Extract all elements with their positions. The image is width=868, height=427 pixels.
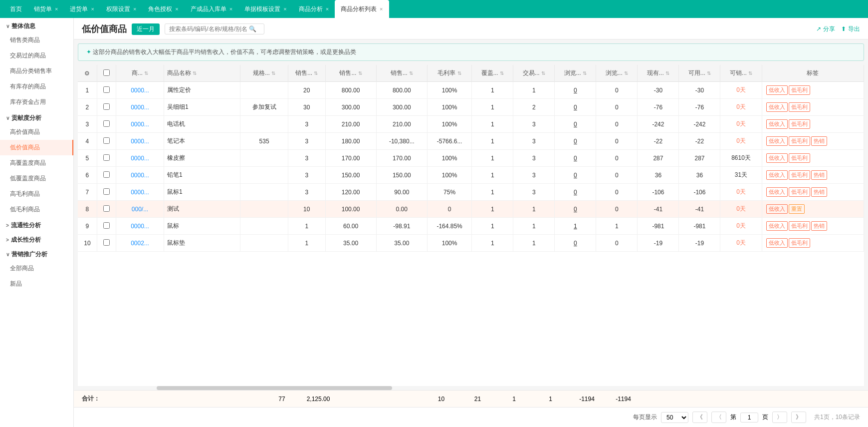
sidebar: ∨ 整体信息 销售类商品 交易过的商品 商品分类销售率 有库存的商品 库存资金占… bbox=[0, 18, 74, 427]
row-browse1[interactable]: 0 bbox=[555, 150, 596, 167]
row-browse1[interactable]: 0 bbox=[555, 184, 596, 201]
scrollbar-thumb[interactable] bbox=[157, 386, 393, 390]
horizontal-scrollbar[interactable] bbox=[78, 386, 864, 390]
row-checkbox[interactable] bbox=[103, 86, 110, 93]
export-button[interactable]: ⬆ 导出 bbox=[841, 25, 860, 33]
row-tags: 低收入低毛利热销 bbox=[762, 167, 864, 184]
avail-column-header[interactable]: 可用... ⇅ bbox=[679, 65, 720, 82]
sidebar-item-traded-goods[interactable]: 交易过的商品 bbox=[0, 48, 73, 63]
code-column-header[interactable]: 商... ⇅ bbox=[116, 65, 164, 82]
per-page-select[interactable]: 50 100 bbox=[661, 412, 688, 423]
nav-template-settings[interactable]: 单据模板设置 × bbox=[238, 0, 292, 18]
row-checkbox[interactable] bbox=[103, 120, 110, 127]
row-avail: -242 bbox=[679, 116, 720, 133]
row-browse2: 0 bbox=[596, 99, 638, 116]
sidebar-item-low-value[interactable]: 低价值商品 bbox=[0, 140, 73, 155]
last-page-button[interactable]: 》 bbox=[791, 412, 806, 423]
row-trade: 3 bbox=[513, 133, 555, 150]
row-checkbox[interactable] bbox=[103, 188, 110, 195]
close-icon[interactable]: × bbox=[229, 6, 232, 12]
sidebar-item-sales-goods[interactable]: 销售类商品 bbox=[0, 32, 73, 48]
sidebar-item-low-coverage[interactable]: 低覆盖度商品 bbox=[0, 171, 73, 186]
row-checkbox[interactable] bbox=[103, 103, 110, 110]
share-button[interactable]: ↗ 分享 bbox=[816, 25, 835, 33]
sidebar-item-stocked-goods[interactable]: 有库存的商品 bbox=[0, 79, 73, 94]
row-tags: 低收入重置 bbox=[762, 201, 864, 218]
sidebar-item-high-coverage[interactable]: 高覆盖度商品 bbox=[0, 155, 73, 171]
nav-product-inbound[interactable]: 产成品入库单 × bbox=[185, 0, 238, 18]
sidebar-item-stock-funds[interactable]: 库存资金占用 bbox=[0, 94, 73, 110]
row-checkbox-cell bbox=[97, 133, 116, 150]
close-icon[interactable]: × bbox=[91, 6, 94, 12]
first-page-button[interactable]: 《 bbox=[692, 412, 707, 423]
row-browse1[interactable]: 0 bbox=[555, 201, 596, 218]
row-browse1[interactable]: 0 bbox=[555, 133, 596, 150]
sidebar-item-category-sales-rate[interactable]: 商品分类销售率 bbox=[0, 63, 73, 79]
close-icon[interactable]: × bbox=[55, 6, 58, 12]
row-checkbox[interactable] bbox=[103, 239, 110, 246]
row-checkbox[interactable] bbox=[103, 222, 110, 229]
sellable-column-header[interactable]: 可销... ⇅ bbox=[720, 65, 762, 82]
nav-sales-order[interactable]: 销货单 × bbox=[28, 0, 64, 18]
row-tags: 低收入低毛利热销 bbox=[762, 218, 864, 235]
trade-column-header[interactable]: 交易... ⇅ bbox=[513, 65, 555, 82]
sidebar-item-low-margin[interactable]: 低毛利商品 bbox=[0, 202, 73, 217]
sale-ref-column-header[interactable]: 销售... ⇅ bbox=[376, 65, 427, 82]
row-checkbox[interactable] bbox=[103, 137, 110, 144]
nav-permission-settings[interactable]: 权限设置 × bbox=[100, 0, 142, 18]
settings-column-header[interactable]: ⚙ bbox=[78, 65, 97, 82]
nav-purchase-order[interactable]: 进货单 × bbox=[64, 0, 100, 18]
sidebar-group-marketing[interactable]: ∨ 营销推广分析 bbox=[0, 246, 73, 261]
tag: 低收入 bbox=[766, 153, 788, 163]
sidebar-group-overall[interactable]: ∨ 整体信息 bbox=[0, 18, 73, 32]
nav-role-auth[interactable]: 角色授权 × bbox=[142, 0, 184, 18]
nav-product-analysis-list[interactable]: 商品分析列表 × bbox=[335, 0, 389, 18]
browse1-column-header[interactable]: 浏览... ⇅ bbox=[555, 65, 596, 82]
close-icon[interactable]: × bbox=[133, 6, 136, 12]
period-button[interactable]: 近一月 bbox=[132, 23, 160, 35]
spec-column-header[interactable]: 规格... ⇅ bbox=[240, 65, 288, 82]
row-tags: 低收入低毛利 bbox=[762, 82, 864, 99]
row-browse1[interactable]: 0 bbox=[555, 235, 596, 252]
row-browse1[interactable]: 0 bbox=[555, 167, 596, 184]
sidebar-item-high-value[interactable]: 高价值商品 bbox=[0, 124, 73, 140]
coverage-column-header[interactable]: 覆盖... ⇅ bbox=[472, 65, 513, 82]
row-checkbox[interactable] bbox=[103, 205, 110, 212]
close-icon[interactable]: × bbox=[283, 6, 286, 12]
close-icon[interactable]: × bbox=[326, 6, 329, 12]
prev-page-button[interactable]: 〈 bbox=[711, 412, 726, 423]
sidebar-item-high-margin[interactable]: 高毛利商品 bbox=[0, 186, 73, 202]
search-input[interactable] bbox=[169, 25, 249, 32]
row-checkbox-cell bbox=[97, 150, 116, 167]
row-checkbox[interactable] bbox=[103, 171, 110, 178]
row-checkbox[interactable] bbox=[103, 154, 110, 161]
tag: 热销 bbox=[811, 221, 827, 231]
page-number-input[interactable] bbox=[740, 413, 758, 423]
row-browse1[interactable]: 0 bbox=[555, 99, 596, 116]
select-all-checkbox[interactable] bbox=[103, 69, 110, 76]
sale-amt-column-header[interactable]: 销售... ⇅ bbox=[325, 65, 376, 82]
sale-qty-column-header[interactable]: 销售... ⇅ bbox=[288, 65, 326, 82]
row-browse1[interactable]: 0 bbox=[555, 116, 596, 133]
stock-column-header[interactable]: 现有... ⇅ bbox=[638, 65, 679, 82]
next-page-button[interactable]: 〉 bbox=[772, 412, 787, 423]
margin-column-header[interactable]: 毛利率 ⇅ bbox=[427, 65, 471, 82]
sidebar-item-new-goods[interactable]: 新品 bbox=[0, 276, 73, 292]
nav-home[interactable]: 首页 bbox=[4, 0, 28, 18]
sidebar-group-liquidity[interactable]: > 流通性分析 bbox=[0, 217, 73, 232]
sidebar-group-growth[interactable]: > 成长性分析 bbox=[0, 232, 73, 246]
search-icon[interactable]: 🔍 bbox=[249, 25, 256, 32]
row-browse1[interactable]: 1 bbox=[555, 218, 596, 235]
close-icon[interactable]: × bbox=[175, 6, 178, 12]
sidebar-item-all-goods[interactable]: 全部商品 bbox=[0, 261, 73, 276]
row-trade: 2 bbox=[513, 99, 555, 116]
row-browse1[interactable]: 0 bbox=[555, 82, 596, 99]
name-column-header[interactable]: 商品名称 ⇅ bbox=[164, 65, 240, 82]
nav-product-analysis[interactable]: 商品分析 × bbox=[293, 0, 335, 18]
sidebar-group-contribution[interactable]: ∨ 贡献度分析 bbox=[0, 110, 73, 124]
browse2-column-header[interactable]: 浏览... ⇅ bbox=[596, 65, 638, 82]
row-browse2: 0 bbox=[596, 150, 638, 167]
checkbox-column-header[interactable] bbox=[97, 65, 116, 82]
close-icon[interactable]: × bbox=[380, 6, 383, 12]
export-icon: ⬆ bbox=[841, 25, 846, 32]
